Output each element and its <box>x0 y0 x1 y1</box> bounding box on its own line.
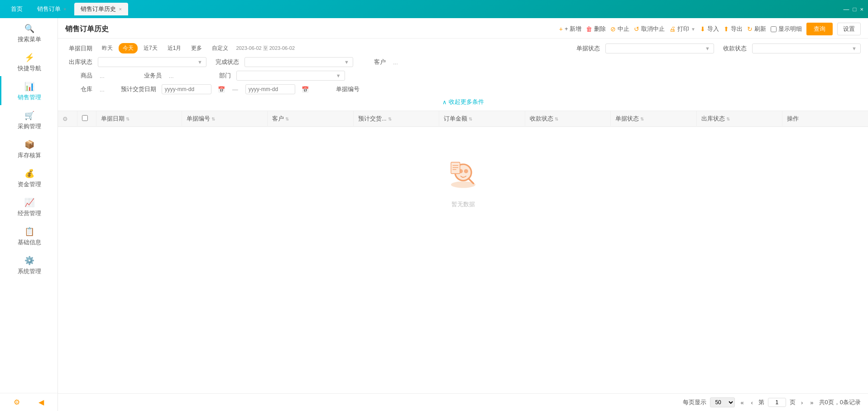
query-btn[interactable]: 查询 <box>806 23 833 35</box>
per-page-select[interactable]: 50 10 20 100 <box>710 397 735 407</box>
status-label: 单据状态 <box>573 44 600 53</box>
stop-icon: ⊘ <box>610 25 616 33</box>
purchase-icon: 🛒 <box>24 111 34 121</box>
refresh-btn-label: 刷新 <box>754 25 766 33</box>
th-payment-status-sort[interactable]: 收款状态 ⇅ <box>530 115 558 123</box>
select-all-checkbox[interactable] <box>82 115 88 121</box>
first-page-btn[interactable]: « <box>739 398 745 407</box>
calendar-end-icon[interactable]: 📅 <box>302 86 309 93</box>
date-btn-7days[interactable]: 近7天 <box>139 43 162 53</box>
delete-btn[interactable]: 🗑 删除 <box>586 25 606 33</box>
export-btn[interactable]: ⬆ 导出 <box>724 25 743 33</box>
sidebar-footer: ⚙ ◀ <box>0 393 58 411</box>
tab-home[interactable]: 首页 <box>5 3 29 15</box>
delivery-status-select[interactable]: ▼ <box>98 57 206 67</box>
sidebar: 🔍 搜索菜单 ⚡ 快捷导航 📊 销售管理 🛒 采购管理 📦 库存核算 💰 资金管… <box>0 18 58 411</box>
print-btn[interactable]: 🖨 打印 ▼ <box>669 25 695 33</box>
customer-input[interactable]: ... <box>391 59 400 66</box>
export-icon: ⬆ <box>724 25 729 33</box>
sidebar-item-finance[interactable]: 💰 资金管理 <box>0 163 58 192</box>
th-order-no-label: 单据编号 <box>187 115 210 123</box>
delivery-date-start-input[interactable] <box>162 84 211 94</box>
date-btn-custom[interactable]: 自定义 <box>208 43 232 53</box>
filter-area: 单据日期 昨天 今天 近7天 近1月 更多 自定义 2023-06-02 至 2… <box>58 39 868 111</box>
stop-btn[interactable]: ⊘ 中止 <box>610 25 629 33</box>
th-order-status-sort[interactable]: 单据状态 ⇅ <box>615 115 644 123</box>
tab-sales-order-close[interactable]: × <box>63 6 66 12</box>
svg-point-4 <box>464 169 468 173</box>
th-checkbox[interactable] <box>77 111 96 127</box>
date-btn-more[interactable]: 更多 <box>187 43 206 53</box>
warehouse-input[interactable]: ... <box>98 86 106 93</box>
window-max-btn[interactable]: □ <box>853 6 857 13</box>
sidebar-item-quicknav[interactable]: ⚡ 快捷导航 <box>0 47 58 76</box>
delete-btn-label: 删除 <box>594 25 606 33</box>
window-controls: — □ × <box>844 6 863 13</box>
th-date-sort[interactable]: 单据日期 ⇅ <box>101 115 129 123</box>
last-page-btn[interactable]: » <box>808 398 815 407</box>
th-delivery-date: 预计交货... ⇅ <box>353 111 439 127</box>
th-delivery-status-sort[interactable]: 出库状态 ⇅ <box>701 115 730 123</box>
sales-icon: 📊 <box>24 82 34 92</box>
status-select[interactable]: ▼ <box>605 44 714 53</box>
department-select[interactable]: ▼ <box>236 71 345 81</box>
sidebar-item-management-label: 经营管理 <box>18 209 41 218</box>
th-action-label: 操作 <box>787 115 799 122</box>
sidebar-collapse-btn[interactable]: ◀ <box>38 398 44 406</box>
delivery-date-sort-icon: ⇅ <box>388 116 392 121</box>
sidebar-item-base[interactable]: 📋 基础信息 <box>0 221 58 250</box>
tab-sales-order[interactable]: 销售订单 × <box>31 3 72 15</box>
next-page-btn[interactable]: › <box>799 398 805 407</box>
refresh-btn[interactable]: ↻ 刷新 <box>747 25 766 33</box>
th-order-status-label: 单据状态 <box>615 115 639 123</box>
window-min-btn[interactable]: — <box>844 6 849 13</box>
th-customer-sort[interactable]: 客户 ⇅ <box>272 115 289 123</box>
collapse-row[interactable]: ∧ 收起更多条件 <box>65 98 861 106</box>
new-btn[interactable]: + + 新增 <box>559 25 581 33</box>
collapse-label: 收起更多条件 <box>449 98 484 106</box>
delivery-date-end-input[interactable] <box>245 84 295 94</box>
sidebar-item-search[interactable]: 🔍 搜索菜单 <box>0 18 58 47</box>
empty-row: 暂无数据 <box>58 127 868 236</box>
complete-status-chevron-icon: ▼ <box>344 59 349 65</box>
sidebar-item-system-label: 系统管理 <box>18 267 41 276</box>
date-btn-1month[interactable]: 近1月 <box>163 43 186 53</box>
prev-page-btn[interactable]: ‹ <box>749 398 755 407</box>
th-order-no: 单据编号 ⇅ <box>182 111 267 127</box>
tab-sales-order-history[interactable]: 销售订单历史 × <box>74 3 128 15</box>
date-btn-today[interactable]: 今天 <box>119 43 138 53</box>
goods-input[interactable]: ... <box>98 73 106 79</box>
sidebar-item-system[interactable]: ⚙️ 系统管理 <box>0 250 58 279</box>
new-btn-label: + 新增 <box>565 25 581 33</box>
complete-status-select[interactable]: ▼ <box>245 57 353 67</box>
th-delivery-date-label: 预计交货... <box>358 115 387 123</box>
th-settings[interactable]: ⚙ <box>58 111 77 127</box>
show-detail-checkbox[interactable]: 显示明细 <box>771 25 802 33</box>
th-order-no-sort[interactable]: 单据编号 ⇅ <box>187 115 215 123</box>
page-label2: 页 <box>790 398 796 406</box>
import-btn[interactable]: ⬇ 导入 <box>700 25 719 33</box>
calendar-start-icon[interactable]: 📅 <box>218 86 225 93</box>
data-table: ⚙ 单据日期 ⇅ 单据编号 <box>58 111 868 236</box>
th-delivery-date-sort[interactable]: 预计交货... ⇅ <box>358 115 392 123</box>
order-no-sort-icon: ⇅ <box>211 116 215 121</box>
table-settings-icon[interactable]: ⚙ <box>62 116 68 122</box>
set-btn[interactable]: 设置 <box>837 23 861 35</box>
salesman-input[interactable]: ... <box>167 73 176 79</box>
sidebar-item-management[interactable]: 📈 经营管理 <box>0 192 58 221</box>
sidebar-item-purchase[interactable]: 🛒 采购管理 <box>0 105 58 134</box>
delivery-status-chevron-icon: ▼ <box>197 59 202 65</box>
payment-status-select[interactable]: ▼ <box>752 44 861 53</box>
window-close-btn[interactable]: × <box>860 6 863 13</box>
sidebar-item-sales[interactable]: 📊 销售管理 <box>0 76 58 105</box>
stop-btn-label: 中止 <box>618 25 629 33</box>
tab-sales-order-history-close[interactable]: × <box>119 6 121 12</box>
show-detail-input[interactable] <box>771 26 777 32</box>
th-amount-sort[interactable]: 订单金额 ⇅ <box>444 115 472 123</box>
sidebar-item-inventory[interactable]: 📦 库存核算 <box>0 134 58 163</box>
cancel-stop-btn[interactable]: ↺ 取消中止 <box>634 25 665 33</box>
date-btn-yesterday[interactable]: 昨天 <box>98 43 117 53</box>
base-icon: 📋 <box>24 227 34 237</box>
page-number-input[interactable] <box>768 398 786 407</box>
sidebar-settings-btn[interactable]: ⚙ <box>14 398 20 406</box>
